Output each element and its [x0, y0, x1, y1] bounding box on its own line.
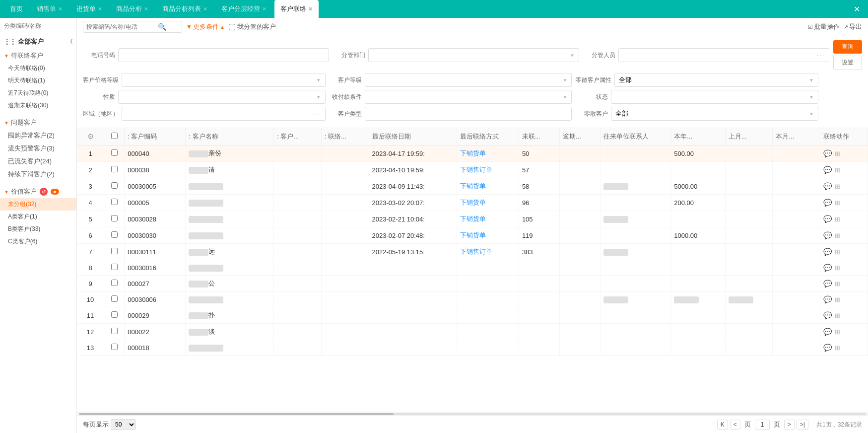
last-contact-method-link[interactable]: 下销货单 [460, 182, 486, 190]
row-checkbox[interactable] [111, 344, 118, 350]
grid-icon[interactable]: ⊞ [835, 280, 840, 288]
row-checkbox[interactable] [111, 280, 118, 286]
last-contact-method-link[interactable]: 下销售订单 [460, 248, 492, 255]
message-icon[interactable]: 💬 [823, 199, 832, 207]
th-check[interactable] [104, 128, 125, 145]
row-checkbox[interactable] [111, 182, 118, 189]
sidebar-item-declining[interactable]: 持续下滑客户(2) [0, 168, 76, 181]
row-check[interactable] [104, 211, 125, 227]
nav-tab-customer-seg[interactable]: 客户分层经营 ✕ [215, 0, 272, 18]
horizontal-scrollbar[interactable] [77, 412, 868, 416]
grid-icon[interactable]: ⊞ [835, 166, 840, 174]
message-icon[interactable]: 💬 [823, 215, 832, 223]
export-btn[interactable]: ↗ 导出 [844, 22, 862, 31]
row-check[interactable] [104, 324, 125, 340]
dept-select[interactable]: ▼ [368, 48, 579, 62]
nav-tab-analysis[interactable]: 商品分析 ✕ [110, 0, 154, 18]
sidebar-item-today[interactable]: 今天待联络(0) [0, 62, 76, 74]
grid-icon[interactable]: ⊞ [835, 296, 840, 303]
message-icon[interactable]: 💬 [823, 264, 832, 272]
sidebar-item-tomorrow[interactable]: 明天待联络(1) [0, 74, 76, 87]
value-section[interactable]: ▼ 价值客户 ↺ ● [0, 185, 76, 198]
problem-section[interactable]: ▼ 问题客户 [0, 116, 76, 129]
search-input[interactable] [86, 23, 156, 30]
all-customers-header[interactable]: ⋮⋮ 全部客户 《 [0, 34, 76, 49]
row-checkbox[interactable] [111, 295, 118, 302]
person-select[interactable]: ··· [618, 48, 829, 62]
message-icon[interactable]: 💬 [823, 328, 832, 336]
waiting-section[interactable]: ▼ 待联络客户 [0, 49, 76, 62]
grid-icon[interactable]: ⊞ [835, 216, 840, 223]
row-checkbox[interactable] [111, 215, 118, 221]
last-contact-method-link[interactable]: 下销货单 [460, 199, 486, 206]
cust-type-input[interactable] [365, 107, 572, 121]
message-icon[interactable]: 💬 [823, 248, 832, 256]
payment-select[interactable]: ▼ [365, 90, 572, 104]
row-checkbox[interactable] [111, 231, 118, 238]
grid-icon[interactable]: ⊞ [835, 199, 840, 207]
grid-icon[interactable]: ⊞ [835, 232, 840, 239]
row-check[interactable] [104, 340, 125, 356]
status-select[interactable]: ▼ [611, 90, 818, 104]
batch-op-btn[interactable]: ☑ 批量操作 [808, 22, 840, 31]
row-check[interactable] [104, 292, 125, 307]
th-settings[interactable]: ⚙ [77, 128, 104, 145]
row-check[interactable] [104, 162, 125, 178]
sidebar-item-overdue[interactable]: 逾期未联络(30) [0, 99, 76, 112]
next-page-btn[interactable]: > [784, 420, 795, 430]
grid-icon[interactable]: ⊞ [835, 344, 840, 352]
close-icon[interactable]: ✕ [144, 6, 148, 12]
sidebar-item-ungrouped[interactable]: 未分组(32) [0, 198, 76, 211]
message-icon[interactable]: 💬 [823, 231, 832, 239]
collapse-icon[interactable]: 《 [67, 38, 72, 45]
close-icon[interactable]: ✕ [308, 6, 313, 12]
nav-home[interactable]: 首页 [4, 4, 29, 13]
row-check[interactable] [104, 307, 125, 324]
first-page-btn[interactable]: K [717, 420, 728, 430]
row-check[interactable] [104, 145, 125, 162]
grid-icon[interactable]: ⊞ [835, 312, 840, 319]
page-size-select[interactable]: 50 100 200 [111, 419, 136, 430]
grid-icon[interactable]: ⊞ [835, 248, 840, 256]
row-check[interactable] [104, 195, 125, 211]
row-check[interactable] [104, 276, 125, 292]
grid-icon[interactable]: ⊞ [835, 150, 840, 157]
sidebar-item-b-class[interactable]: B类客户(33) [0, 223, 76, 235]
row-checkbox[interactable] [111, 311, 118, 318]
scattered-attr-select[interactable]: 全部▼ [614, 73, 818, 87]
row-checkbox[interactable] [111, 248, 118, 254]
sidebar-search[interactable]: 🔍 [0, 18, 76, 34]
message-icon[interactable]: 💬 [823, 295, 832, 303]
row-checkbox[interactable] [111, 328, 118, 334]
row-check[interactable] [104, 244, 125, 260]
close-icon[interactable]: ✕ [262, 6, 267, 12]
sidebar-item-7days[interactable]: 近7天待联络(0) [0, 87, 76, 99]
close-icon[interactable]: ✕ [58, 6, 63, 12]
row-check[interactable] [104, 260, 125, 276]
grid-icon[interactable]: ⊞ [835, 183, 840, 190]
message-icon[interactable]: 💬 [823, 280, 832, 288]
cust-level-select[interactable]: ▼ [365, 73, 572, 87]
nav-tab-sales[interactable]: 销售单 ✕ [31, 0, 68, 18]
message-icon[interactable]: 💬 [823, 344, 832, 352]
sidebar-item-abnormal[interactable]: 囤购异常客户(2) [0, 129, 76, 142]
nav-tab-customer-contact[interactable]: 客户联络 ✕ [274, 0, 319, 18]
category-search-input[interactable] [4, 22, 77, 29]
row-checkbox[interactable] [111, 199, 118, 205]
my-customers-check[interactable] [229, 24, 235, 30]
message-icon[interactable]: 💬 [823, 311, 832, 319]
close-all-tabs[interactable]: ✕ [850, 4, 864, 14]
message-icon[interactable]: 💬 [823, 149, 832, 157]
search-box[interactable]: 🔍 [83, 21, 182, 33]
last-contact-method-link[interactable]: 下销货单 [460, 231, 486, 239]
row-checkbox[interactable] [111, 264, 118, 270]
row-checkbox[interactable] [111, 166, 118, 172]
scrollbar-thumb[interactable] [79, 413, 394, 415]
last-contact-method-link[interactable]: 下销货单 [460, 215, 486, 222]
message-icon[interactable]: 💬 [823, 166, 832, 174]
close-icon[interactable]: ✕ [98, 6, 102, 12]
nav-tab-analysis-list[interactable]: 商品分析列表 ✕ [156, 0, 213, 18]
my-customers-checkbox[interactable]: 我分管的客户 [229, 22, 276, 31]
close-icon[interactable]: ✕ [203, 6, 207, 12]
grid-icon[interactable]: ⊞ [835, 328, 840, 336]
